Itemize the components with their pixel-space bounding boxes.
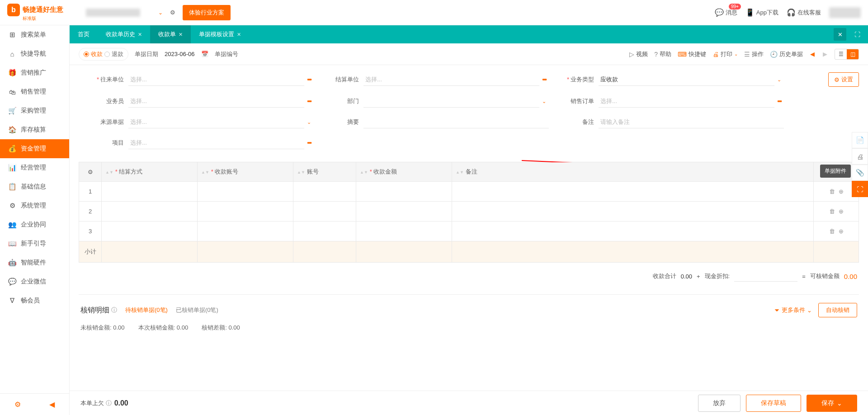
summary-input[interactable]: [363, 116, 549, 128]
delete-icon[interactable]: 🗑: [829, 208, 835, 215]
project-input[interactable]: [128, 137, 304, 149]
sidebar-item-operation[interactable]: 📊经营管理: [0, 158, 69, 177]
col-remark[interactable]: ▲▼备注: [452, 162, 814, 182]
save-draft-button[interactable]: 保存草稿: [746, 395, 801, 412]
sidebar-item-inventory[interactable]: 🏠库存核算: [0, 120, 69, 139]
view-list-button[interactable]: ☰: [835, 49, 847, 59]
salesman-input[interactable]: [128, 95, 304, 108]
tool-history[interactable]: 🕘历史单据: [770, 50, 803, 58]
settings-button[interactable]: ⚙设置: [828, 72, 859, 87]
settle-unit-input[interactable]: [363, 73, 539, 86]
detail-table: ⚙ ▲▼*结算方式 ▲▼*收款账号 ▲▼账号 ▲▼*收款金额 ▲▼备注 操作 1…: [79, 162, 859, 263]
owe-label: 本单上欠: [80, 400, 104, 406]
sidebar-item-purchase[interactable]: 🛒采购管理: [0, 101, 69, 120]
chevron-down-icon[interactable]: ⌄: [304, 119, 314, 125]
help-icon[interactable]: ⓘ: [111, 306, 117, 314]
sidebar-item-sales[interactable]: 🛍销售管理: [0, 82, 69, 101]
footer-collapse-icon[interactable]: ◀: [49, 400, 55, 409]
add-icon[interactable]: ⊕: [839, 208, 844, 215]
add-icon[interactable]: ⊕: [839, 228, 844, 235]
sidebar-item-basic[interactable]: 📋基础信息: [0, 177, 69, 196]
sidebar-item-hardware[interactable]: 🤖智能硬件: [0, 253, 69, 272]
messages-link[interactable]: 💬 消息 99+: [715, 8, 737, 17]
app-download-link[interactable]: 📱 App下载: [745, 8, 778, 17]
more-conditions-link[interactable]: ⏷更多条件⌄: [774, 306, 812, 314]
col-receive-account[interactable]: ▲▼*收款账号: [198, 162, 293, 182]
save-button[interactable]: 保存⌄: [807, 395, 857, 412]
table-row[interactable]: 3🗑⊕: [79, 222, 859, 241]
radio-refund[interactable]: 退款: [104, 50, 123, 58]
delete-icon[interactable]: 🗑: [829, 228, 835, 235]
verify-tab-pending[interactable]: 待核销单据(0笔): [125, 306, 168, 314]
close-icon[interactable]: ✕: [138, 32, 142, 38]
more-icon[interactable]: •••: [304, 76, 314, 83]
source-input[interactable]: [128, 116, 304, 128]
sidebar-item-member[interactable]: ∇畅会员: [0, 291, 69, 310]
history-icon: 🕘: [770, 51, 778, 58]
sidebar-item-guide[interactable]: 📖新手引导: [0, 234, 69, 253]
close-all-tabs-button[interactable]: ✕: [834, 28, 846, 41]
col-receive-amount[interactable]: ▲▼*收款金额: [356, 162, 452, 182]
user-avatar[interactable]: [829, 7, 861, 18]
tab-template[interactable]: 单据模板设置✕: [191, 25, 249, 43]
close-icon[interactable]: ✕: [179, 32, 183, 38]
biz-type-input[interactable]: [599, 73, 774, 86]
tenant-caret-icon[interactable]: ⌄: [158, 9, 163, 16]
sidebar-item-marketing[interactable]: 🎁营销推广: [0, 63, 69, 82]
partner-input[interactable]: [128, 73, 304, 86]
calendar-icon[interactable]: 📅: [201, 51, 208, 57]
tool-print[interactable]: 🖨打印⌄: [712, 50, 738, 58]
experience-button[interactable]: 体验行业方案: [183, 5, 231, 20]
sidebar-item-system[interactable]: ⚙系统管理: [0, 196, 69, 215]
dept-input[interactable]: [363, 95, 539, 108]
sidebar-item-search[interactable]: ⊞搜索菜单: [0, 25, 69, 44]
table-settings-icon[interactable]: ⚙: [79, 162, 102, 182]
close-icon[interactable]: ✕: [237, 32, 241, 38]
help-icon[interactable]: ⓘ: [106, 400, 112, 406]
online-service-link[interactable]: 🎧 在线客服: [787, 8, 821, 17]
auto-verify-button[interactable]: 自动核销: [818, 303, 857, 317]
add-icon[interactable]: ⊕: [839, 188, 844, 195]
discard-button[interactable]: 放弃: [698, 395, 741, 412]
tool-help[interactable]: ?帮助: [654, 50, 671, 58]
col-account-no[interactable]: ▲▼账号: [293, 162, 356, 182]
tool-shortcut[interactable]: ⌨快捷键: [678, 50, 706, 58]
table-row[interactable]: 1🗑⊕: [79, 182, 859, 202]
settings-gear-icon[interactable]: ⚙: [170, 9, 175, 16]
fullscreen-icon[interactable]: ⛶: [851, 28, 863, 41]
tab-receipt-history[interactable]: 收款单历史✕: [98, 25, 150, 43]
footer-settings-icon[interactable]: ⚙: [14, 400, 21, 409]
tab-receipt[interactable]: 收款单✕: [150, 25, 191, 43]
date-value[interactable]: 2023-06-06: [165, 51, 195, 57]
table-row[interactable]: 2🗑⊕: [79, 202, 859, 222]
sales-order-input[interactable]: [599, 95, 774, 108]
remark-input[interactable]: [599, 116, 784, 128]
view-form-button[interactable]: ◫: [847, 49, 859, 59]
delete-icon[interactable]: 🗑: [829, 188, 835, 195]
verify-tab-done[interactable]: 已核销单据(0笔): [176, 306, 218, 314]
prev-arrow-icon[interactable]: ◀: [809, 51, 816, 57]
rail-expand-icon[interactable]: ⛶: [852, 181, 868, 197]
next-arrow-icon[interactable]: ▶: [822, 51, 828, 57]
chevron-down-icon[interactable]: ⌄: [539, 99, 549, 104]
sidebar-item-quicknav[interactable]: ⌂快捷导航: [0, 44, 69, 63]
tool-operate[interactable]: ☰操作: [744, 50, 764, 58]
rail-print-icon[interactable]: 🖨: [852, 148, 868, 165]
sidebar-item-wechat[interactable]: 💬企业微信: [0, 272, 69, 291]
tool-video[interactable]: ▷视频: [629, 50, 648, 58]
col-settle-method[interactable]: ▲▼*结算方式: [102, 162, 198, 182]
more-icon[interactable]: •••: [304, 98, 314, 105]
tab-home[interactable]: 首页: [70, 25, 98, 43]
chevron-down-icon[interactable]: ⌄: [774, 77, 784, 83]
rail-draft-icon[interactable]: 📄: [852, 132, 868, 148]
radio-receive[interactable]: 收款: [84, 50, 103, 58]
more-icon[interactable]: •••: [539, 76, 549, 83]
tab-label: 收款单历史: [106, 30, 135, 38]
rail-attachment-icon[interactable]: 📎: [852, 165, 868, 181]
more-icon[interactable]: •••: [774, 98, 784, 105]
sidebar-item-enterprise[interactable]: 👥企业协同: [0, 215, 69, 234]
discount-input[interactable]: [734, 271, 797, 282]
more-icon[interactable]: •••: [304, 139, 314, 146]
tenant-name[interactable]: [86, 9, 140, 17]
sidebar-item-funds[interactable]: 💰资金管理: [0, 139, 69, 158]
